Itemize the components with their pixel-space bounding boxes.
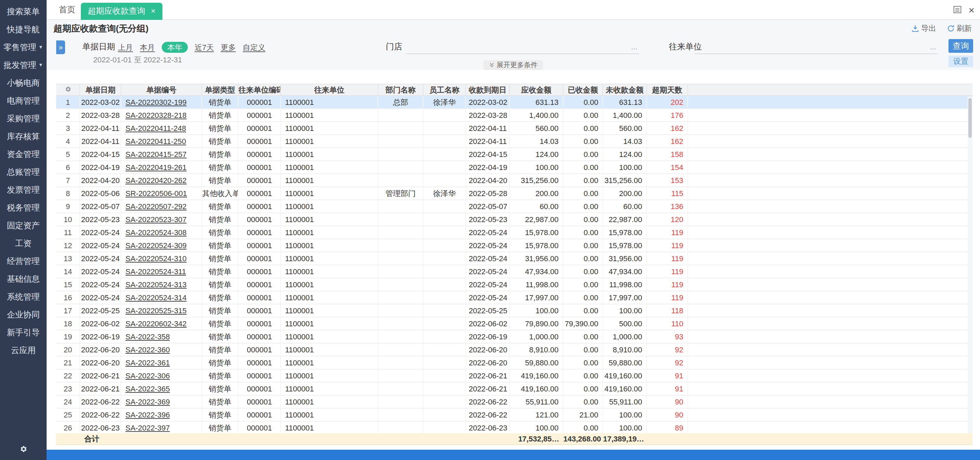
- table-row[interactable]: 192022-06-19SA-2022-358销货单00000111000012…: [56, 330, 972, 344]
- cell-doc-number-link[interactable]: SA-2022-361: [121, 357, 202, 369]
- sidebar-settings-gear-icon[interactable]: [0, 444, 46, 457]
- table-row[interactable]: 262022-06-23SA-2022-397销货单00000111000012…: [56, 422, 972, 433]
- table-row[interactable]: 122022-05-24SA-20220524-309销货单0000011100…: [56, 239, 972, 252]
- cell-doc-number-link[interactable]: SA-20220602-342: [121, 317, 202, 330]
- table-row[interactable]: 182022-06-02SA-20220602-342销货单0000011100…: [56, 317, 972, 330]
- date-option[interactable]: 更多: [221, 43, 236, 51]
- tab-home[interactable]: 首页: [54, 0, 81, 20]
- table-row[interactable]: 212022-06-20SA-2022-361销货单00000111000012…: [56, 357, 972, 369]
- date-option[interactable]: 自定义: [243, 43, 265, 51]
- sidebar-item-0[interactable]: 搜索菜单: [0, 3, 46, 21]
- table-row[interactable]: 132022-05-24SA-20220524-310销货单0000011100…: [56, 252, 972, 265]
- store-more-icon[interactable]: ...: [631, 40, 637, 54]
- table-row[interactable]: 62022-04-19SA-20220419-261销货单00000111000…: [56, 161, 972, 174]
- table-row[interactable]: 42022-04-11SA-20220411-250销货单00000111000…: [56, 135, 972, 148]
- table-row[interactable]: 92022-05-07SA-20220507-292销货单00000111000…: [56, 200, 972, 213]
- sidebar-item-1[interactable]: 快捷导航: [0, 21, 46, 38]
- cell-doc-number-link[interactable]: SA-20220415-257: [121, 148, 202, 161]
- cell-doc-number-link[interactable]: SA-2022-306: [121, 369, 202, 382]
- table-row[interactable]: 152022-05-24SA-20220524-313销货单0000011100…: [56, 279, 972, 291]
- date-option[interactable]: 近7天: [195, 43, 214, 51]
- column-header[interactable]: 已收金额: [563, 84, 603, 95]
- cell-doc-number-link[interactable]: SR-20220506-001: [121, 187, 202, 199]
- partner-more-icon[interactable]: ...: [930, 40, 936, 54]
- date-option[interactable]: 上月: [118, 43, 133, 51]
- vertical-scrollbar[interactable]: [968, 97, 972, 433]
- cell-doc-number-link[interactable]: SA-20220523-307: [121, 213, 202, 226]
- sidebar-item-11[interactable]: 税务管理: [0, 199, 46, 216]
- cell-doc-number-link[interactable]: SA-2022-358: [121, 330, 202, 343]
- sidebar-item-5[interactable]: 电商管理: [0, 92, 46, 110]
- cell-doc-number-link[interactable]: SA-20220524-314: [121, 291, 202, 304]
- sidebar-item-16[interactable]: 系统管理: [0, 288, 46, 306]
- column-header[interactable]: 应收金额: [510, 84, 563, 95]
- cell-doc-number-link[interactable]: SA-20220524-308: [121, 226, 202, 239]
- expand-more-conditions-button[interactable]: 展开更多条件: [484, 60, 543, 70]
- table-row[interactable]: 52022-04-15SA-20220415-257销货单00000111000…: [56, 148, 972, 161]
- table-row[interactable]: 12022-03-02SA-20220302-199销货单00000111000…: [56, 96, 972, 109]
- sidebar-item-4[interactable]: 小畅电商: [0, 74, 46, 92]
- column-header[interactable]: 未收款金额: [603, 84, 647, 95]
- sidebar-item-18[interactable]: 新手引导: [0, 323, 46, 341]
- cell-doc-number-link[interactable]: SA-20220419-261: [121, 161, 202, 173]
- cell-doc-number-link[interactable]: SA-20220507-292: [121, 200, 202, 213]
- sidebar-item-14[interactable]: 经营管理: [0, 252, 46, 270]
- cell-doc-number-link[interactable]: SA-20220524-310: [121, 252, 202, 264]
- sidebar-item-2[interactable]: 零售管理▼: [0, 38, 46, 56]
- table-row[interactable]: 222022-06-21SA-2022-306销货单00000111000012…: [56, 369, 972, 382]
- column-header[interactable]: 单据日期: [80, 84, 121, 95]
- column-header[interactable]: 部门名称: [378, 84, 423, 95]
- table-row[interactable]: 202022-06-20SA-2022-360销货单00000111000012…: [56, 344, 972, 357]
- column-config-cell[interactable]: [56, 84, 80, 95]
- cell-doc-number-link[interactable]: SA-2022-369: [121, 396, 202, 408]
- tab-close-icon[interactable]: ×: [151, 6, 156, 16]
- column-header[interactable]: 超期天数: [647, 84, 688, 95]
- column-header[interactable]: 往来单位编码: [239, 84, 281, 95]
- cell-doc-number-link[interactable]: SA-20220524-309: [121, 239, 202, 251]
- table-row[interactable]: 162022-05-24SA-20220524-314销货单0000011100…: [56, 291, 972, 304]
- column-header[interactable]: 单据编号: [121, 84, 202, 95]
- collapse-filter-button[interactable]: »: [56, 40, 65, 54]
- settings-button[interactable]: 设置: [948, 56, 973, 67]
- cell-doc-number-link[interactable]: SA-20220524-313: [121, 279, 202, 291]
- table-row[interactable]: 22022-03-28SA-20220328-218销货单00000111000…: [56, 109, 972, 122]
- cell-doc-number-link[interactable]: SA-2022-396: [121, 409, 202, 421]
- table-row[interactable]: 82022-05-06SR-20220506-001其他收入单000001110…: [56, 187, 972, 200]
- sidebar-item-12[interactable]: 固定资产: [0, 216, 46, 234]
- cell-doc-number-link[interactable]: SA-2022-365: [121, 382, 202, 395]
- table-row[interactable]: 172022-05-25SA-20220525-315销货单0000011100…: [56, 304, 972, 317]
- date-option[interactable]: 本月: [140, 43, 155, 51]
- table-row[interactable]: 232022-06-21SA-2022-365销货单00000111000012…: [56, 382, 972, 396]
- cell-doc-number-link[interactable]: SA-2022-397: [121, 422, 202, 433]
- cell-doc-number-link[interactable]: SA-20220420-262: [121, 174, 202, 186]
- column-header[interactable]: 收款到期日: [466, 84, 510, 95]
- cell-doc-number-link[interactable]: SA-20220524-311: [121, 265, 202, 278]
- column-header[interactable]: 往来单位: [281, 84, 378, 95]
- table-row[interactable]: 252022-06-22SA-2022-396销货单00000111000012…: [56, 409, 972, 422]
- close-all-tabs-icon[interactable]: ×: [968, 5, 975, 15]
- sidebar-item-19[interactable]: 云应用: [0, 341, 46, 359]
- sidebar-item-7[interactable]: 库存核算: [0, 127, 46, 145]
- partner-input[interactable]: ...: [694, 40, 937, 54]
- sidebar-item-6[interactable]: 采购管理: [0, 110, 46, 127]
- table-row[interactable]: 142022-05-24SA-20220524-311销货单0000011100…: [56, 265, 972, 279]
- sidebar-item-8[interactable]: 资金管理: [0, 145, 46, 163]
- tab-list-icon[interactable]: [953, 4, 961, 16]
- export-button[interactable]: 导出: [912, 23, 936, 33]
- sidebar-item-9[interactable]: 总账管理: [0, 163, 46, 181]
- scrollbar-thumb[interactable]: [968, 98, 972, 138]
- cell-doc-number-link[interactable]: SA-20220525-315: [121, 304, 202, 317]
- cell-doc-number-link[interactable]: SA-20220411-248: [121, 122, 202, 134]
- tab-overdue-receivables[interactable]: 超期应收款查询×: [81, 3, 162, 20]
- table-row[interactable]: 102022-05-23SA-20220523-307销货单0000011100…: [56, 213, 972, 226]
- table-row[interactable]: 242022-06-22SA-2022-369销货单00000111000012…: [56, 396, 972, 409]
- sidebar-item-3[interactable]: 批发管理▼: [0, 56, 46, 74]
- table-row[interactable]: 72022-04-20SA-20220420-262销货单00000111000…: [56, 174, 972, 187]
- table-row[interactable]: 32022-04-11SA-20220411-248销货单00000111000…: [56, 122, 972, 135]
- query-button[interactable]: 查询: [948, 39, 973, 53]
- column-header[interactable]: 单据类型: [202, 84, 239, 95]
- refresh-button[interactable]: 刷新: [947, 23, 972, 33]
- sidebar-item-10[interactable]: 发票管理: [0, 181, 46, 199]
- sidebar-item-13[interactable]: 工资: [0, 234, 46, 252]
- cell-doc-number-link[interactable]: SA-2022-360: [121, 344, 202, 356]
